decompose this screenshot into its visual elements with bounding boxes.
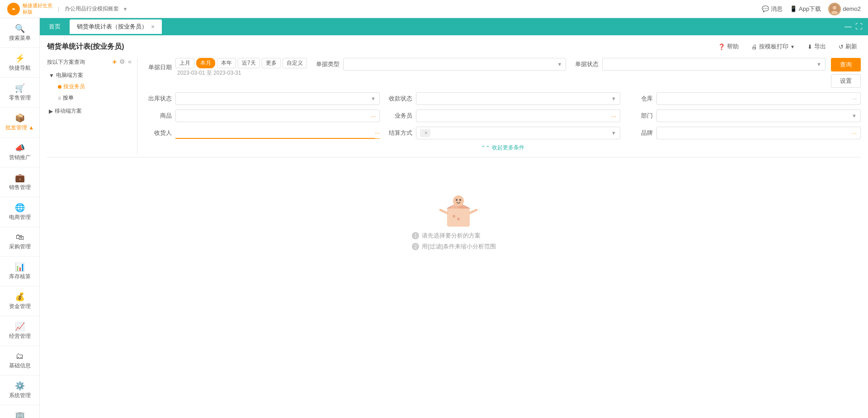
tab-active[interactable]: 销货单统计表（按业务员） × bbox=[70, 19, 162, 34]
department-select[interactable]: ▼ bbox=[656, 109, 861, 122]
chevron-down-icon: ▼ bbox=[611, 130, 616, 136]
sidebar-item-label: 采购管理 bbox=[2, 243, 38, 251]
warehouse-select[interactable]: ··· bbox=[656, 92, 861, 105]
date-btn-this-year[interactable]: 本年 bbox=[217, 58, 236, 68]
sidebar-item-corp[interactable]: 🏢 企业协同 bbox=[0, 405, 39, 418]
svg-point-9 bbox=[459, 199, 461, 201]
sidebar-item-basic[interactable]: 🗂 基础信息 bbox=[0, 346, 39, 375]
settings-btn[interactable]: 设置 bbox=[831, 74, 861, 88]
sidebar-item-quick[interactable]: ⚡ 快捷导航 bbox=[0, 48, 39, 78]
receiver-input[interactable] bbox=[175, 128, 375, 138]
page-inner: 销货单统计表(按业务员) ❓ 帮助 🖨 按模板打印 ▼ ⬇ bbox=[40, 35, 868, 418]
tab-minimize-btn[interactable]: — bbox=[844, 23, 852, 31]
salesperson-select[interactable]: ··· bbox=[416, 109, 620, 122]
system-icon: ⚙️ bbox=[2, 381, 38, 391]
scheme-item-by-salesperson[interactable]: 按业务员 bbox=[47, 81, 132, 92]
scheme-add-btn[interactable]: + bbox=[113, 58, 117, 66]
brand-dots[interactable]: ··· bbox=[852, 130, 857, 137]
date-btn-7days[interactable]: 近7天 bbox=[238, 58, 260, 68]
active-tab-label: 销货单统计表（按业务员） bbox=[77, 23, 147, 31]
main-body: 按以下方案查询 + ⚙ « ▼ 电脑端方案 bbox=[47, 58, 861, 153]
goods-dots[interactable]: ··· bbox=[371, 113, 376, 119]
out-status-label: 出库状态 bbox=[145, 95, 172, 103]
message-btn[interactable]: 💬 消息 bbox=[762, 5, 783, 13]
salesperson-dots[interactable]: ··· bbox=[611, 113, 616, 119]
sidebar-item-search[interactable]: 🔍 搜索菜单 bbox=[0, 18, 39, 48]
svg-line-10 bbox=[440, 210, 447, 213]
print-icon: 🖨 bbox=[751, 43, 757, 50]
sidebar-item-label: 批发管理 ▲ bbox=[2, 124, 38, 132]
brand-select[interactable]: ··· bbox=[656, 127, 861, 139]
breadcrumb-dropdown-icon[interactable]: ▼ bbox=[123, 6, 127, 12]
scheme-settings-btn[interactable]: ⚙ bbox=[119, 58, 125, 66]
collapse-up-icon: ⌃⌃ bbox=[481, 145, 490, 151]
top-bar-right: 💬 消息 📱 App下载 demo2 bbox=[762, 3, 861, 15]
order-icon: ≡ bbox=[58, 95, 61, 101]
breadcrumb[interactable]: 办公用品行业模拟账套 bbox=[65, 5, 119, 13]
receiver-label: 收货人 bbox=[145, 129, 172, 137]
operations-icon: 📈 bbox=[2, 322, 38, 332]
logo-text: 畅捷通好生意标版 bbox=[23, 3, 52, 14]
sidebar-item-sales[interactable]: 💼 销售管理 bbox=[0, 167, 39, 197]
goods-select[interactable]: ··· bbox=[175, 109, 380, 122]
payment-status-select[interactable]: ▼ bbox=[416, 92, 620, 105]
sidebar-item-label: 电商管理 bbox=[2, 214, 38, 221]
date-btn-last-month[interactable]: 上月 bbox=[175, 58, 194, 68]
sidebar-item-operations[interactable]: 📈 经营管理 bbox=[0, 316, 39, 346]
scheme-collapse-btn[interactable]: « bbox=[128, 58, 132, 66]
divider bbox=[47, 157, 861, 157]
sidebar-item-finance[interactable]: 💰 资金管理 bbox=[0, 286, 39, 316]
print-btn[interactable]: 🖨 按模板打印 ▼ bbox=[748, 41, 798, 52]
empty-tip-1: 1 请先选择要分析的方案 bbox=[412, 232, 495, 240]
sidebar-item-inventory[interactable]: 📊 库存核算 bbox=[0, 256, 39, 286]
chevron-right-icon: ▶ bbox=[49, 108, 53, 114]
sidebar-item-ecommerce[interactable]: 🌐 电商管理 bbox=[0, 197, 39, 227]
finance-icon: 💰 bbox=[2, 292, 38, 302]
settlement-tag: × bbox=[420, 129, 430, 137]
collapse-btn[interactable]: ⌃⌃ 收起更多条件 bbox=[481, 144, 524, 152]
help-btn[interactable]: ❓ 帮助 bbox=[714, 41, 742, 52]
query-btn[interactable]: 查询 bbox=[831, 58, 861, 71]
user-name: demo2 bbox=[843, 5, 861, 12]
page-header: 销货单统计表(按业务员) ❓ 帮助 🖨 按模板打印 ▼ ⬇ bbox=[47, 41, 861, 52]
filter-area: 单据日期 上月 本月 本年 近7天 更多 自定义 bbox=[137, 58, 861, 153]
scheme-group-desktop-title[interactable]: ▼ 电脑端方案 bbox=[47, 70, 132, 81]
collapse-row: ⌃⌃ 收起更多条件 bbox=[145, 141, 861, 153]
goods-label: 商品 bbox=[145, 112, 172, 120]
date-btn-more[interactable]: 更多 bbox=[262, 58, 281, 68]
active-dot bbox=[58, 85, 61, 89]
chevron-down-icon: ▼ bbox=[557, 62, 562, 67]
sidebar-item-purchase[interactable]: 🛍 采购管理 bbox=[0, 227, 39, 256]
doc-type-select[interactable]: ▼ bbox=[343, 58, 566, 71]
sidebar-item-label: 系统管理 bbox=[2, 392, 38, 399]
scheme-group-mobile-title[interactable]: ▶ 移动端方案 bbox=[47, 105, 132, 117]
svg-point-13 bbox=[457, 218, 460, 220]
sidebar-item-retail[interactable]: 🛒 零售管理 bbox=[0, 78, 39, 108]
content-area: 首页 销货单统计表（按业务员） × — ⛶ 销货单统计表(按业务员) ❓ bbox=[40, 18, 868, 418]
app-download-btn[interactable]: 📱 App下载 bbox=[790, 5, 821, 13]
out-status-select[interactable]: ▼ bbox=[175, 92, 380, 105]
scheme-group-mobile: ▶ 移动端方案 bbox=[47, 105, 132, 117]
date-btn-this-month[interactable]: 本月 bbox=[196, 58, 215, 68]
warehouse-label: 仓库 bbox=[626, 95, 653, 103]
receiver-dots[interactable]: ··· bbox=[375, 129, 380, 136]
sidebar-item-marketing[interactable]: 📣 营销推广 bbox=[0, 138, 39, 167]
settlement-tag-remove[interactable]: × bbox=[425, 130, 428, 136]
export-btn[interactable]: ⬇ 导出 bbox=[804, 41, 830, 52]
top-bar: 畅捷通好生意标版 | 办公用品行业模拟账套 ▼ 💬 消息 📱 App下载 dem… bbox=[0, 0, 868, 18]
sidebar-item-wholesale[interactable]: 📦 批发管理 ▲ bbox=[0, 108, 39, 138]
tab-home[interactable]: 首页 bbox=[42, 18, 68, 35]
tab-close-btn[interactable]: × bbox=[151, 23, 155, 30]
tab-maximize-btn[interactable]: ⛶ bbox=[855, 23, 863, 31]
brand-label: 品牌 bbox=[626, 129, 653, 137]
message-icon: 💬 bbox=[762, 5, 769, 12]
scheme-item-by-order[interactable]: ≡ 按单 bbox=[47, 92, 132, 104]
doc-status-select[interactable]: ▼ bbox=[602, 58, 826, 71]
retail-icon: 🛒 bbox=[2, 83, 38, 93]
date-btn-custom[interactable]: 自定义 bbox=[283, 58, 307, 68]
sidebar-item-system[interactable]: ⚙️ 系统管理 bbox=[0, 375, 39, 405]
refresh-btn[interactable]: ↺ 刷新 bbox=[835, 41, 861, 52]
user-menu[interactable]: demo2 bbox=[828, 3, 861, 15]
warehouse-dots: ··· bbox=[853, 96, 857, 101]
settlement-select[interactable]: × ▼ bbox=[416, 127, 620, 139]
